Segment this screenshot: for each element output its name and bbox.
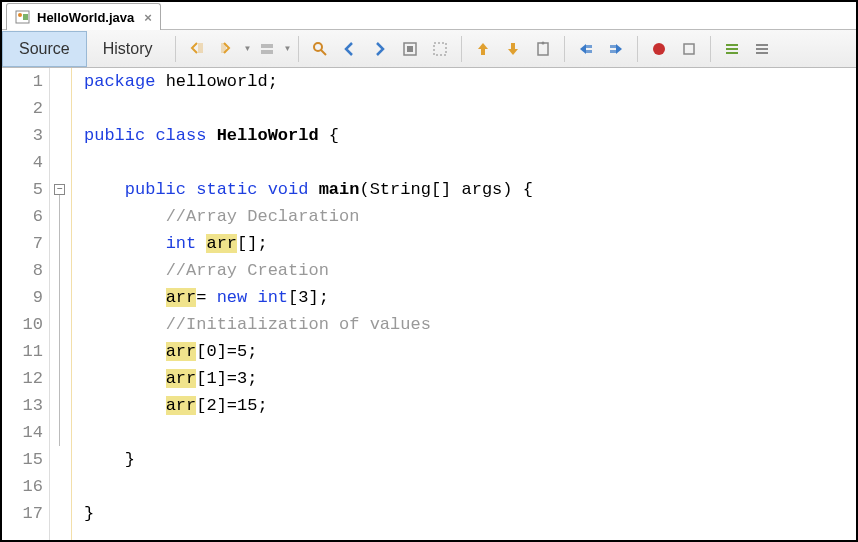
dropdown-icon[interactable]: ▼ xyxy=(282,36,292,62)
line-number: 7 xyxy=(2,230,49,257)
line-number: 1 xyxy=(2,68,49,95)
svg-rect-2 xyxy=(23,14,28,20)
separator xyxy=(710,36,711,62)
separator xyxy=(175,36,176,62)
code-line[interactable]: arr[2]=15; xyxy=(84,392,856,419)
line-number: 12 xyxy=(2,365,49,392)
dropdown-icon[interactable]: ▼ xyxy=(242,36,252,62)
shift-down-icon[interactable] xyxy=(500,36,526,62)
prev-icon[interactable] xyxy=(337,36,363,62)
svg-rect-11 xyxy=(434,43,446,55)
line-number: 9 xyxy=(2,284,49,311)
view-toolbar: Source History ▼ ▼ xyxy=(2,30,856,68)
line-number: 17 xyxy=(2,500,49,527)
next-icon[interactable] xyxy=(367,36,393,62)
svg-line-8 xyxy=(321,50,326,55)
bookmark-icon[interactable] xyxy=(397,36,423,62)
line-number: 3 xyxy=(2,122,49,149)
code-line[interactable]: package helloworld; xyxy=(84,68,856,95)
file-tab-label: HelloWorld.java xyxy=(37,10,134,25)
separator xyxy=(637,36,638,62)
record-icon[interactable] xyxy=(646,36,672,62)
separator xyxy=(564,36,565,62)
last-edit-icon[interactable] xyxy=(184,36,210,62)
svg-rect-14 xyxy=(538,43,548,55)
fold-column[interactable]: − xyxy=(50,68,72,540)
svg-point-20 xyxy=(653,43,665,55)
clipboard-icon[interactable] xyxy=(530,36,556,62)
line-number: 4 xyxy=(2,149,49,176)
forward-nav-icon[interactable] xyxy=(214,36,240,62)
line-number: 10 xyxy=(2,311,49,338)
code-editor[interactable]: 1234567891011121314151617 − package hell… xyxy=(2,68,856,540)
line-number-gutter: 1234567891011121314151617 xyxy=(2,68,50,540)
svg-rect-12 xyxy=(481,49,485,55)
line-number: 15 xyxy=(2,446,49,473)
svg-rect-10 xyxy=(407,46,413,52)
line-number: 11 xyxy=(2,338,49,365)
code-line[interactable]: arr= new int[3]; xyxy=(84,284,856,311)
fold-toggle-icon[interactable]: − xyxy=(54,184,65,195)
code-line[interactable] xyxy=(84,473,856,500)
code-line[interactable] xyxy=(84,149,856,176)
code-line[interactable]: public class HelloWorld { xyxy=(84,122,856,149)
tab-source[interactable]: Source xyxy=(2,31,87,67)
code-line[interactable]: } xyxy=(84,446,856,473)
tab-bar: HelloWorld.java × xyxy=(2,2,856,30)
shift-right-icon[interactable] xyxy=(603,36,629,62)
code-line[interactable]: //Array Creation xyxy=(84,257,856,284)
comment-icon[interactable] xyxy=(719,36,745,62)
select-icon[interactable] xyxy=(427,36,453,62)
code-line[interactable]: //Initialization of values xyxy=(84,311,856,338)
code-line[interactable]: } xyxy=(84,500,856,527)
svg-rect-17 xyxy=(586,50,592,53)
line-number: 8 xyxy=(2,257,49,284)
svg-point-1 xyxy=(18,13,22,17)
line-number: 2 xyxy=(2,95,49,122)
svg-rect-4 xyxy=(221,43,226,53)
line-number: 13 xyxy=(2,392,49,419)
uncomment-icon[interactable] xyxy=(749,36,775,62)
svg-rect-21 xyxy=(684,44,694,54)
file-tab[interactable]: HelloWorld.java × xyxy=(6,3,161,30)
find-icon[interactable] xyxy=(307,36,333,62)
fold-guide xyxy=(59,195,60,446)
code-line[interactable]: arr[0]=5; xyxy=(84,338,856,365)
svg-rect-18 xyxy=(610,45,616,48)
line-number: 5 xyxy=(2,176,49,203)
line-number: 6 xyxy=(2,203,49,230)
svg-point-7 xyxy=(314,43,322,51)
separator xyxy=(298,36,299,62)
toggle-highlight-icon[interactable] xyxy=(254,36,280,62)
svg-rect-19 xyxy=(610,50,616,53)
java-file-icon xyxy=(15,9,31,25)
code-line[interactable] xyxy=(84,419,856,446)
code-line[interactable]: //Array Declaration xyxy=(84,203,856,230)
svg-point-15 xyxy=(542,41,545,44)
svg-rect-16 xyxy=(586,45,592,48)
code-line[interactable] xyxy=(84,95,856,122)
stop-icon[interactable] xyxy=(676,36,702,62)
shift-up-icon[interactable] xyxy=(470,36,496,62)
shift-left-icon[interactable] xyxy=(573,36,599,62)
line-number: 16 xyxy=(2,473,49,500)
code-line[interactable]: arr[1]=3; xyxy=(84,365,856,392)
tab-history[interactable]: History xyxy=(87,32,170,66)
line-number: 14 xyxy=(2,419,49,446)
code-line[interactable]: public static void main(String[] args) { xyxy=(84,176,856,203)
svg-rect-6 xyxy=(261,50,273,54)
code-area[interactable]: package helloworld;public class HelloWor… xyxy=(72,68,856,540)
separator xyxy=(461,36,462,62)
svg-rect-3 xyxy=(198,43,203,53)
close-icon[interactable]: × xyxy=(144,10,152,25)
svg-rect-13 xyxy=(511,43,515,49)
svg-rect-5 xyxy=(261,44,273,48)
code-line[interactable]: int arr[]; xyxy=(84,230,856,257)
